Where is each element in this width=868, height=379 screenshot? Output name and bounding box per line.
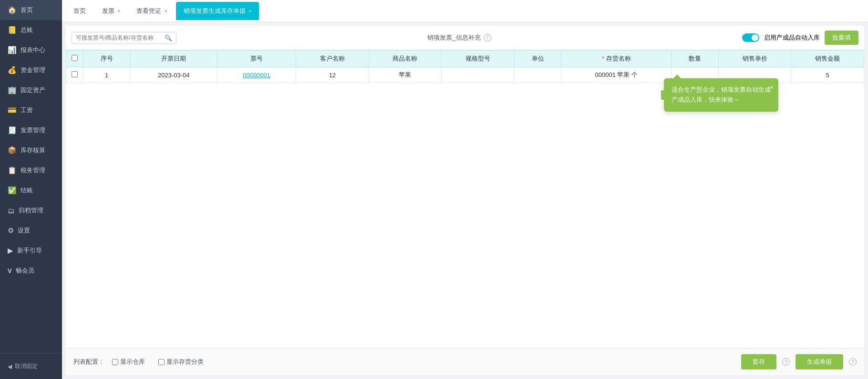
batch-fill-button[interactable]: 批量填 (825, 31, 858, 45)
th-customer: 客户名称 (296, 51, 369, 67)
table-header-row: 序号 开票日期 票号 客户名称 商品名称 规格型号 单位 存货名称 数量 销售单… (66, 51, 864, 67)
tab-voucher[interactable]: 查看凭证 × (129, 2, 175, 20)
ticket-no-link[interactable]: 00000001 (243, 72, 270, 79)
save-help-icon[interactable]: ? (782, 358, 790, 366)
sidebar-item-label: 畅会员 (16, 266, 34, 275)
salary-icon: 💳 (8, 106, 17, 115)
row-checkbox[interactable] (72, 71, 78, 77)
generate-button[interactable]: 生成单据 (796, 354, 843, 369)
sidebar-bottom: ◀ 取消固定 (0, 353, 62, 379)
tab-bar: 首页 发票 × 查看凭证 × 销项发票生成库存单据 × (62, 0, 868, 22)
info-icon[interactable]: ? (484, 34, 491, 42)
checkout-icon: ✅ (8, 186, 17, 195)
settings-icon: ⚙ (8, 226, 14, 235)
invoice-icon: 🧾 (8, 126, 17, 135)
auto-warehouse-toggle[interactable] (742, 33, 759, 42)
save-button[interactable]: 暂存 (741, 354, 776, 369)
sidebar-item-assets[interactable]: 🏢 固定资产 (0, 80, 62, 100)
sidebar-item-ledger[interactable]: 📒 总账 (0, 20, 62, 40)
content-area: 🔍 销项发票_信息补充 ? 启用产成品自动入库 批量填 (66, 26, 864, 375)
funds-icon: 💰 (8, 66, 17, 74)
th-ticket-no: 票号 (217, 51, 296, 67)
sidebar-item-guide[interactable]: ▶ 新手引导 (0, 241, 62, 261)
tab-main-label: 销项发票生成库存单据 (184, 7, 246, 15)
sidebar-item-label: 新手引导 (17, 246, 42, 255)
sidebar-item-label: 归档管理 (19, 206, 43, 215)
inventory-icon: 📦 (8, 146, 17, 155)
show-category-label[interactable]: 显示存货分类 (158, 358, 209, 366)
row-amount: 5 (791, 67, 864, 83)
sidebar-item-label: 固定资产 (21, 86, 45, 95)
sidebar-item-inventory[interactable]: 📦 库存核算 (0, 140, 62, 160)
footer: 列表配置： 显示仓库 显示存货分类 暂存 ? 生成单据 ? (66, 348, 864, 375)
tooltip-text: 适合生产型企业，销项发票自动生成产成品入库，快来体验～ (672, 86, 771, 103)
footer-config: 列表配置： 显示仓库 显示存货分类 (73, 358, 209, 366)
th-inventory-name: 存货名称 (561, 51, 672, 67)
home-icon: 🏠 (8, 6, 17, 14)
main-area: 首页 发票 × 查看凭证 × 销项发票生成库存单据 × 🔍 销项发票_信息补充 … (62, 0, 868, 379)
sidebar-item-label: 发票管理 (21, 126, 45, 135)
row-customer: 12 (296, 67, 369, 83)
sidebar-item-salary[interactable]: 💳 工资 (0, 100, 62, 120)
th-seq: 序号 (83, 51, 130, 67)
sidebar-item-label: 结账 (21, 186, 33, 195)
sidebar-item-label: 首页 (21, 6, 33, 14)
sidebar-item-funds[interactable]: 💰 资金管理 (0, 60, 62, 80)
generate-help-icon[interactable]: ? (849, 358, 857, 366)
row-seq: 1 (83, 67, 130, 83)
sidebar-item-label: 工资 (21, 106, 33, 115)
tab-home[interactable]: 首页 (66, 2, 93, 20)
row-ticket-no[interactable]: 00000001 (217, 67, 296, 83)
center-label: 销项发票_信息补充 (427, 33, 480, 42)
reports-icon: 📊 (8, 46, 17, 54)
assets-icon: 🏢 (8, 86, 17, 95)
tooltip-close-button[interactable]: × (770, 82, 774, 93)
sidebar-item-reports[interactable]: 📊 报表中心 (0, 40, 62, 60)
row-unit (514, 67, 561, 83)
tab-main-close[interactable]: × (248, 8, 251, 14)
tab-voucher-close[interactable]: × (164, 8, 167, 14)
th-date: 开票日期 (130, 51, 217, 67)
search-input[interactable] (76, 34, 162, 41)
show-category-text: 显示存货分类 (166, 358, 204, 366)
sidebar-item-vip[interactable]: V 畅会员 (0, 261, 62, 281)
archive-icon: 🗂 (8, 207, 15, 215)
th-unit: 单位 (514, 51, 561, 67)
unpin-button[interactable]: ◀ 取消固定 (0, 358, 62, 375)
select-all-checkbox[interactable] (72, 55, 78, 61)
toolbar: 🔍 销项发票_信息补充 ? 启用产成品自动入库 批量填 (66, 26, 864, 50)
sidebar-item-label: 税务管理 (21, 166, 45, 175)
footer-actions: 暂存 ? 生成单据 ? (741, 354, 857, 369)
show-warehouse-checkbox[interactable] (112, 359, 118, 365)
tab-home-label: 首页 (73, 7, 86, 15)
search-icon: 🔍 (165, 34, 172, 42)
sidebar-item-archive[interactable]: 🗂 归档管理 (0, 200, 62, 221)
tab-invoice-close[interactable]: × (117, 8, 120, 14)
sidebar-item-home[interactable]: 🏠 首页 (0, 0, 62, 20)
sidebar-item-checkout[interactable]: ✅ 结账 (0, 180, 62, 200)
show-category-checkbox[interactable] (158, 359, 165, 365)
guide-icon: ▶ (8, 246, 13, 255)
sidebar-item-settings[interactable]: ⚙ 设置 (0, 221, 62, 241)
tab-invoice[interactable]: 发票 × (94, 2, 128, 20)
th-product-name: 商品名称 (369, 51, 442, 67)
th-unit-price: 销售单价 (718, 51, 791, 67)
tooltip-popup: × 适合生产型企业，销项发票自动生成产成品入库，快来体验～ (664, 78, 778, 112)
th-checkbox (66, 51, 83, 67)
row-spec (442, 67, 515, 83)
toolbar-center: 销项发票_信息补充 ? (182, 33, 736, 42)
sidebar: 🏠 首页 📒 总账 📊 报表中心 💰 资金管理 🏢 固定资产 💳 工资 🧾 发票… (0, 0, 62, 379)
tab-main[interactable]: 销项发票生成库存单据 × (176, 2, 259, 20)
sidebar-item-label: 总账 (21, 26, 33, 34)
search-box[interactable]: 🔍 (72, 32, 176, 44)
sidebar-item-label: 资金管理 (21, 66, 45, 74)
th-amount: 销售金额 (791, 51, 864, 67)
sidebar-item-invoice[interactable]: 🧾 发票管理 (0, 120, 62, 140)
sidebar-item-tax[interactable]: 📋 税务管理 (0, 160, 62, 180)
sidebar-item-label: 库存核算 (21, 146, 45, 155)
sidebar-item-label: 设置 (18, 226, 30, 235)
show-warehouse-label[interactable]: 显示仓库 (112, 358, 151, 366)
tab-voucher-label: 查看凭证 (136, 7, 161, 15)
th-qty: 数量 (672, 51, 718, 67)
config-label: 列表配置： (73, 358, 104, 366)
